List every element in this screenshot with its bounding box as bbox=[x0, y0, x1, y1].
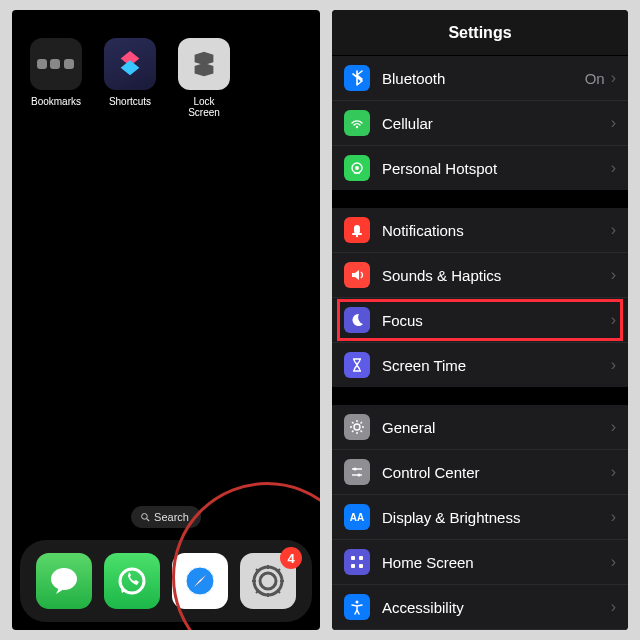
whatsapp-app[interactable] bbox=[104, 553, 160, 609]
chevron-right-icon: › bbox=[611, 356, 616, 374]
settings-group: BluetoothOn›Cellular›Personal Hotspot› bbox=[332, 56, 628, 190]
folder-icon bbox=[30, 38, 82, 90]
settings-row-display-brightness[interactable]: Display & Brightness› bbox=[332, 495, 628, 540]
bluetooth-icon bbox=[344, 65, 370, 91]
controlcenter-icon bbox=[344, 459, 370, 485]
row-label: Personal Hotspot bbox=[382, 160, 611, 177]
chevron-right-icon: › bbox=[611, 508, 616, 526]
settings-row-personal-hotspot[interactable]: Personal Hotspot› bbox=[332, 146, 628, 190]
safari-icon bbox=[182, 563, 218, 599]
chevron-right-icon: › bbox=[611, 463, 616, 481]
messages-app[interactable] bbox=[36, 553, 92, 609]
settings-row-home-screen[interactable]: Home Screen› bbox=[332, 540, 628, 585]
settings-badge: 4 bbox=[280, 547, 302, 569]
search-icon bbox=[140, 512, 150, 522]
settings-group: General›Control Center›Display & Brightn… bbox=[332, 405, 628, 630]
settings-row-screen-time[interactable]: Screen Time› bbox=[332, 343, 628, 387]
settings-row-cellular[interactable]: Cellular› bbox=[332, 101, 628, 146]
row-label: General bbox=[382, 419, 611, 436]
settings-group: Notifications›Sounds & Haptics›Focus›Scr… bbox=[332, 208, 628, 387]
sounds-icon bbox=[344, 262, 370, 288]
chevron-right-icon: › bbox=[611, 553, 616, 571]
chevron-right-icon: › bbox=[611, 69, 616, 87]
dock: 4 bbox=[20, 540, 312, 622]
screentime-icon bbox=[344, 352, 370, 378]
chevron-right-icon: › bbox=[611, 311, 616, 329]
focus-icon bbox=[344, 307, 370, 333]
search-label: Search bbox=[154, 511, 189, 523]
safari-app[interactable] bbox=[172, 553, 228, 609]
svg-line-1 bbox=[147, 519, 149, 521]
row-label: Notifications bbox=[382, 222, 611, 239]
row-label: Focus bbox=[382, 312, 611, 329]
settings-row-general[interactable]: General› bbox=[332, 405, 628, 450]
row-label: Screen Time bbox=[382, 357, 611, 374]
shortcuts-icon bbox=[104, 38, 156, 90]
row-label: Home Screen bbox=[382, 554, 611, 571]
lockscreen-icon bbox=[178, 38, 230, 90]
svg-point-0 bbox=[142, 514, 148, 520]
settings-row-bluetooth[interactable]: BluetoothOn› bbox=[332, 56, 628, 101]
settings-screen: Settings BluetoothOn›Cellular›Personal H… bbox=[332, 10, 628, 630]
home-screen: Bookmarks Shortcuts Lock Screen Search bbox=[12, 10, 320, 630]
bookmarks-folder[interactable]: Bookmarks bbox=[30, 38, 82, 118]
row-value: On bbox=[585, 70, 605, 87]
chevron-right-icon: › bbox=[611, 114, 616, 132]
settings-app[interactable]: 4 bbox=[240, 553, 296, 609]
hotspot-icon bbox=[344, 155, 370, 181]
shortcuts-app[interactable]: Shortcuts bbox=[104, 38, 156, 118]
app-label: Lock Screen bbox=[178, 96, 230, 118]
row-label: Cellular bbox=[382, 115, 611, 132]
chevron-right-icon: › bbox=[611, 221, 616, 239]
homescreen-icon bbox=[344, 549, 370, 575]
settings-row-sounds-haptics[interactable]: Sounds & Haptics› bbox=[332, 253, 628, 298]
chevron-right-icon: › bbox=[611, 598, 616, 616]
row-label: Display & Brightness bbox=[382, 509, 611, 526]
chevron-right-icon: › bbox=[611, 159, 616, 177]
row-label: Sounds & Haptics bbox=[382, 267, 611, 284]
settings-row-focus[interactable]: Focus› bbox=[332, 298, 628, 343]
settings-row-accessibility[interactable]: Accessibility› bbox=[332, 585, 628, 630]
settings-row-control-center[interactable]: Control Center› bbox=[332, 450, 628, 495]
chevron-right-icon: › bbox=[611, 266, 616, 284]
row-label: Accessibility bbox=[382, 599, 611, 616]
notifications-icon bbox=[344, 217, 370, 243]
svg-point-7 bbox=[260, 573, 276, 589]
cellular-icon bbox=[344, 110, 370, 136]
chevron-right-icon: › bbox=[611, 418, 616, 436]
app-label: Shortcuts bbox=[104, 96, 156, 107]
settings-row-notifications[interactable]: Notifications› bbox=[332, 208, 628, 253]
general-icon bbox=[344, 414, 370, 440]
whatsapp-icon bbox=[114, 563, 150, 599]
settings-list[interactable]: BluetoothOn›Cellular›Personal Hotspot›No… bbox=[332, 56, 628, 630]
row-label: Control Center bbox=[382, 464, 611, 481]
messages-icon bbox=[46, 563, 82, 599]
display-icon bbox=[344, 504, 370, 530]
row-label: Bluetooth bbox=[382, 70, 585, 87]
settings-gear-icon bbox=[250, 563, 286, 599]
svg-point-2 bbox=[51, 568, 77, 590]
search-pill[interactable]: Search bbox=[131, 506, 201, 528]
accessibility-icon bbox=[344, 594, 370, 620]
lockscreen-app[interactable]: Lock Screen bbox=[178, 38, 230, 118]
nav-title: Settings bbox=[332, 10, 628, 56]
home-apps-row: Bookmarks Shortcuts Lock Screen bbox=[12, 10, 320, 118]
app-label: Bookmarks bbox=[30, 96, 82, 107]
